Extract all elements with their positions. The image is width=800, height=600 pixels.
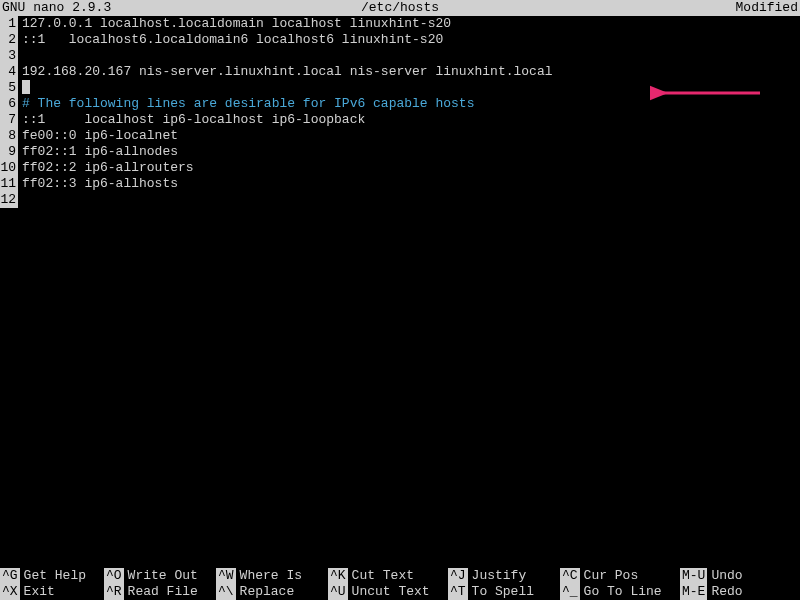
editor-line[interactable]: 2::1 localhost6.localdomain6 localhost6 … [0,32,800,48]
file-path: /etc/hosts [267,0,532,16]
help-label: Read File [128,584,198,600]
help-bar: ^GGet Help^OWrite Out^WWhere Is^KCut Tex… [0,568,800,600]
help-label: Exit [24,584,55,600]
help-label: Justify [472,568,527,584]
help-key: ^J [448,568,468,584]
help-key: ^U [328,584,348,600]
editor-line[interactable]: 12 [0,192,800,208]
help-key: ^C [560,568,580,584]
line-number: 12 [0,192,18,208]
help-item[interactable]: ^_Go To Line [560,584,680,600]
line-number: 10 [0,160,18,176]
help-item[interactable]: ^UUncut Text [328,584,448,600]
help-label: Cut Text [352,568,414,584]
line-content[interactable]: fe00::0 ip6-localnet [18,128,178,144]
line-number: 1 [0,16,18,32]
help-key: ^X [0,584,20,600]
title-bar: GNU nano 2.9.3 /etc/hosts Modified [0,0,800,16]
line-content[interactable]: ::1 localhost6.localdomain6 localhost6 l… [18,32,443,48]
line-content[interactable]: ff02::3 ip6-allhosts [18,176,178,192]
line-number: 4 [0,64,18,80]
line-content[interactable] [18,80,30,96]
help-key: ^\ [216,584,236,600]
editor-line[interactable]: 1127.0.0.1 localhost.localdomain localho… [0,16,800,32]
line-content[interactable]: ff02::2 ip6-allrouters [18,160,194,176]
help-item[interactable]: ^GGet Help [0,568,104,584]
help-item[interactable]: ^\Replace [216,584,328,600]
help-key: ^O [104,568,124,584]
help-label: Replace [240,584,295,600]
editor-line[interactable]: 3 [0,48,800,64]
editor-line[interactable]: 6# The following lines are desirable for… [0,96,800,112]
help-item[interactable]: M-ERedo [680,584,800,600]
help-label: Redo [711,584,742,600]
line-content[interactable]: ::1 localhost ip6-localhost ip6-loopback [18,112,365,128]
help-label: Cur Pos [584,568,639,584]
line-content[interactable]: ff02::1 ip6-allnodes [18,144,178,160]
help-item[interactable]: ^OWrite Out [104,568,216,584]
help-item[interactable]: ^CCur Pos [560,568,680,584]
help-label: Get Help [24,568,86,584]
line-number: 6 [0,96,18,112]
editor-line[interactable]: 10ff02::2 ip6-allrouters [0,160,800,176]
help-label: Go To Line [584,584,662,600]
help-key: ^K [328,568,348,584]
help-item[interactable]: ^KCut Text [328,568,448,584]
editor-line[interactable]: 4192.168.20.167 nis-server.linuxhint.loc… [0,64,800,80]
editor-line[interactable]: 8fe00::0 ip6-localnet [0,128,800,144]
help-key: ^G [0,568,20,584]
help-item[interactable]: ^RRead File [104,584,216,600]
line-number: 5 [0,80,18,96]
help-item[interactable]: ^XExit [0,584,104,600]
modified-status: Modified [533,0,798,16]
line-content[interactable] [18,192,22,208]
help-item[interactable]: ^TTo Spell [448,584,560,600]
line-number: 11 [0,176,18,192]
text-cursor [22,80,30,94]
help-label: Where Is [240,568,302,584]
help-label: Write Out [128,568,198,584]
line-number: 7 [0,112,18,128]
line-number: 2 [0,32,18,48]
help-label: Uncut Text [352,584,430,600]
help-key: M-E [680,584,707,600]
line-number: 8 [0,128,18,144]
help-item[interactable]: M-UUndo [680,568,800,584]
line-content[interactable]: # The following lines are desirable for … [18,96,474,112]
help-key: ^_ [560,584,580,600]
line-number: 9 [0,144,18,160]
editor-line[interactable]: 9ff02::1 ip6-allnodes [0,144,800,160]
editor-area[interactable]: 1127.0.0.1 localhost.localdomain localho… [0,16,800,208]
line-content[interactable]: 192.168.20.167 nis-server.linuxhint.loca… [18,64,553,80]
help-item[interactable]: ^JJustify [448,568,560,584]
help-item[interactable]: ^WWhere Is [216,568,328,584]
help-key: M-U [680,568,707,584]
help-key: ^W [216,568,236,584]
help-label: Undo [711,568,742,584]
app-version: GNU nano 2.9.3 [2,0,267,16]
editor-line[interactable]: 11ff02::3 ip6-allhosts [0,176,800,192]
help-key: ^T [448,584,468,600]
line-content[interactable] [18,48,22,64]
line-content[interactable]: 127.0.0.1 localhost.localdomain localhos… [18,16,451,32]
help-key: ^R [104,584,124,600]
help-label: To Spell [472,584,534,600]
line-number: 3 [0,48,18,64]
editor-line[interactable]: 7::1 localhost ip6-localhost ip6-loopbac… [0,112,800,128]
editor-line[interactable]: 5 [0,80,800,96]
